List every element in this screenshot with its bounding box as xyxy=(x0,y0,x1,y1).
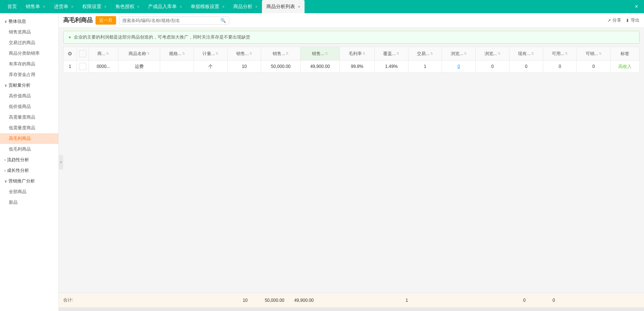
sort-sales-cost[interactable]: ⇅ xyxy=(325,52,328,55)
info-icon: ✦ xyxy=(68,35,72,40)
table-wrapper: ⚙ 商... ⇅ 商品名称 xyxy=(59,47,644,293)
sidebar-section-growth-label: 成长性分析 xyxy=(7,167,29,174)
nav-role-auth[interactable]: 角色授权 × xyxy=(111,0,144,13)
close-product-analysis[interactable]: × xyxy=(255,5,258,9)
sidebar-section-overall[interactable]: ∨ 整体信息 xyxy=(0,16,58,27)
footer-sales-qty: 10 xyxy=(230,298,260,303)
nav-product-analysis[interactable]: 商品分析 × xyxy=(229,0,262,13)
th-available-stock: 可用... ⇅ xyxy=(543,47,577,61)
th-name: 商品名称 ⇅ xyxy=(118,47,160,61)
sidebar-item-all-products[interactable]: 全部商品 xyxy=(0,187,58,197)
sidebar-collapse-btn[interactable]: « xyxy=(59,155,63,170)
sidebar-section-contribution[interactable]: ∨ 贡献量分析 xyxy=(0,80,58,91)
close-product-analysis-list[interactable]: × xyxy=(298,5,300,9)
th-views2: 浏览... ⇅ xyxy=(476,47,510,61)
th-code: 商... ⇅ xyxy=(89,47,118,61)
td-coverage: 1.49% xyxy=(374,61,408,73)
th-unit: 计量... ⇅ xyxy=(194,47,227,61)
export-button[interactable]: ⬇ 导出 xyxy=(626,17,640,23)
th-transactions: 交易... ⇅ xyxy=(408,47,442,61)
sidebar: ∨ 整体信息 销售览商品 交易过的商品 商品分类助销率 有库存的商品 库存资金占… xyxy=(0,13,59,311)
th-checkbox xyxy=(77,47,89,61)
th-spec: 规格... ⇅ xyxy=(160,47,194,61)
row-checkbox[interactable] xyxy=(79,63,86,70)
section-arrow-growth: › xyxy=(4,169,6,173)
section-arrow-overall: ∨ xyxy=(4,19,7,23)
sidebar-item-high-margin[interactable]: 高毛利商品 xyxy=(0,133,58,144)
nav-product-inbound[interactable]: 产成品入库单 × xyxy=(144,0,186,13)
sidebar-section-contribution-label: 贡献量分析 xyxy=(8,82,30,88)
select-all-checkbox[interactable] xyxy=(79,50,86,57)
th-sales-amount: 销售... ⇅ xyxy=(261,47,301,61)
sort-unit[interactable]: ⇅ xyxy=(216,52,219,55)
th-sales-cost: 销售... ⇅ xyxy=(301,47,340,61)
nav-home[interactable]: 首页 xyxy=(3,0,21,13)
close-permission-settings[interactable]: × xyxy=(104,5,107,9)
td-checkbox xyxy=(77,61,89,73)
footer-sellable: 0 xyxy=(539,298,568,303)
nav-purchase-order[interactable]: 进货单 × xyxy=(50,0,78,13)
td-spec xyxy=(160,61,194,73)
gear-icon[interactable]: ⚙ xyxy=(68,51,72,57)
sidebar-section-marketing[interactable]: ∨ 营销推广分析 xyxy=(0,176,58,187)
share-button[interactable]: ↗ 分享 xyxy=(607,17,621,23)
search-input[interactable] xyxy=(122,18,219,23)
close-purchase-order[interactable]: × xyxy=(71,5,73,9)
sidebar-item-high-value[interactable]: 高价值商品 xyxy=(0,91,58,101)
sort-gross-rate[interactable]: ⇅ xyxy=(363,52,366,55)
section-arrow-trend: › xyxy=(4,158,6,162)
sidebar-item-low-demand[interactable]: 低需量度商品 xyxy=(0,123,58,133)
sort-coverage[interactable]: ⇅ xyxy=(396,52,399,55)
sidebar-item-in-stock[interactable]: 有库存的商品 xyxy=(0,59,58,69)
sidebar-item-new-products[interactable]: 新品 xyxy=(0,197,58,208)
sort-sellable[interactable]: ⇅ xyxy=(599,52,602,55)
sort-sales-qty[interactable]: ⇅ xyxy=(249,52,252,55)
td-transactions: 1 xyxy=(408,61,442,73)
sidebar-section-growth[interactable]: › 成长性分析 xyxy=(0,165,58,176)
sort-transactions[interactable]: ⇅ xyxy=(430,52,433,55)
close-product-inbound[interactable]: × xyxy=(180,5,182,9)
sort-available-stock[interactable]: ⇅ xyxy=(565,52,568,55)
content-header: 高毛利商品 近一月 🔍 ↗ 分享 ⬇ 导出 xyxy=(59,13,644,28)
td-sales-qty: 10 xyxy=(227,61,261,73)
sort-spec[interactable]: ⇅ xyxy=(182,52,185,55)
td-tag: 高收入 xyxy=(611,61,640,73)
close-template-settings[interactable]: × xyxy=(222,5,224,9)
nav-window-close[interactable]: × xyxy=(632,3,641,10)
sort-views2[interactable]: ⇅ xyxy=(498,52,501,55)
sidebar-section-overall-label: 整体信息 xyxy=(8,18,26,25)
sidebar-item-low-value[interactable]: 低价值商品 xyxy=(0,101,58,112)
td-current-stock: 0 xyxy=(509,61,543,73)
time-filter-button[interactable]: 近一月 xyxy=(96,16,116,25)
top-navigation: 首页 销售单 × 进货单 × 权限设置 × 角色授权 × 产成品入库单 × 单据… xyxy=(0,0,644,13)
close-role-auth[interactable]: × xyxy=(137,5,140,9)
footer-label: 合计: xyxy=(63,297,76,303)
sidebar-section-trend-label: 流趋性分析 xyxy=(7,157,29,163)
search-box: 🔍 xyxy=(119,17,229,25)
sidebar-item-traded[interactable]: 交易过的商品 xyxy=(0,37,58,48)
td-sales-cost: 49,900.00 xyxy=(301,61,340,73)
sort-current-stock[interactable]: ⇅ xyxy=(531,52,534,55)
close-sales-order[interactable]: × xyxy=(43,5,45,9)
th-coverage: 覆盖... ⇅ xyxy=(374,47,408,61)
sort-views1[interactable]: ⇅ xyxy=(464,52,467,55)
nav-permission-settings[interactable]: 权限设置 × xyxy=(78,0,111,13)
nav-template-settings[interactable]: 单据模板设置 × xyxy=(186,0,229,13)
horizontal-scrollbar[interactable] xyxy=(59,307,644,311)
sidebar-item-category-assist[interactable]: 商品分类助销率 xyxy=(0,48,58,59)
nav-product-analysis-list[interactable]: 商品分析列表 × xyxy=(262,0,305,13)
th-gear[interactable]: ⚙ xyxy=(64,47,77,61)
views1-link[interactable]: 0 xyxy=(457,64,460,69)
sidebar-item-sales-browse[interactable]: 销售览商品 xyxy=(0,27,58,37)
sidebar-item-high-demand[interactable]: 高需量度商品 xyxy=(0,112,58,123)
footer-cells: 10 50,000.00 49,900.00 1 0 0 xyxy=(76,298,640,303)
sort-code[interactable]: ⇅ xyxy=(106,52,109,55)
footer-total-bar: 合计: 10 50,000.00 49,900.00 1 0 0 xyxy=(59,293,644,307)
nav-sales-order[interactable]: 销售单 × xyxy=(21,0,50,13)
sidebar-item-low-margin[interactable]: 低毛利商品 xyxy=(0,144,58,155)
search-icon[interactable]: 🔍 xyxy=(220,18,226,23)
sidebar-section-trend[interactable]: › 流趋性分析 xyxy=(0,155,58,165)
sidebar-item-stock-capital[interactable]: 库存资金占用 xyxy=(0,69,58,80)
sort-name[interactable]: ⇅ xyxy=(147,52,150,55)
sort-sales-amount[interactable]: ⇅ xyxy=(286,52,289,55)
